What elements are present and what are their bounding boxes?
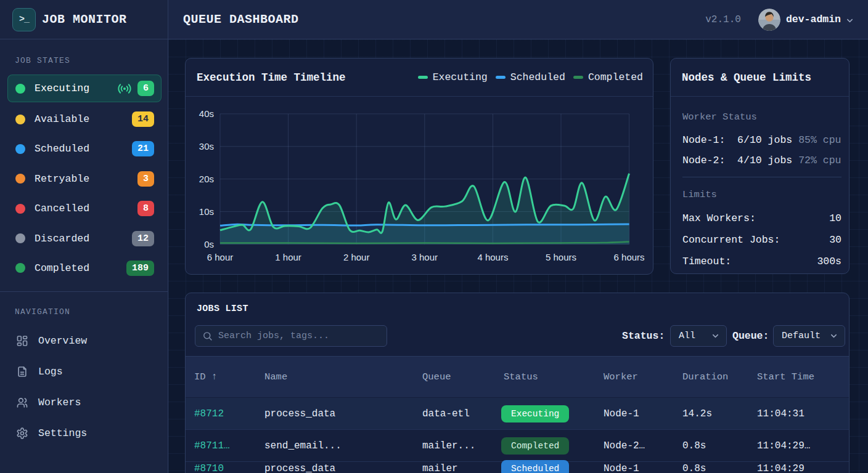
svg-text:40s: 40s (199, 108, 214, 119)
svg-text:5 hours: 5 hours (546, 252, 576, 262)
svg-text:3 hour: 3 hour (412, 252, 438, 262)
svg-text:6 hours: 6 hours (614, 252, 645, 262)
svg-text:2 hour: 2 hour (343, 252, 370, 262)
svg-text:1 hour: 1 hour (275, 252, 301, 262)
svg-text:4 hours: 4 hours (477, 252, 508, 262)
svg-text:10s: 10s (199, 206, 214, 217)
svg-text:30s: 30s (199, 141, 214, 152)
svg-text:20s: 20s (199, 174, 214, 184)
svg-text:0s: 0s (204, 239, 214, 249)
svg-text:6 hour: 6 hour (207, 252, 234, 262)
